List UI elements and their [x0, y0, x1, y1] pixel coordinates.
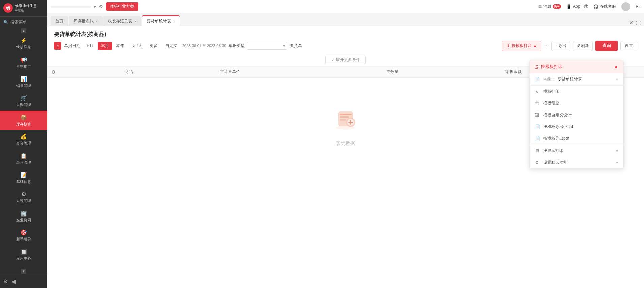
- col-goods: 商品: [121, 66, 216, 78]
- topbar-search[interactable]: [51, 6, 91, 8]
- sidebar-item-app-center[interactable]: 🔲 应用中心: [0, 245, 47, 264]
- dropdown-item-display-print[interactable]: 🖥 按显示打印 ▾: [530, 145, 623, 157]
- sidebar-item-wechat[interactable]: 💬 企业微信: [0, 264, 47, 268]
- enterprise-icon: 🏢: [20, 210, 27, 217]
- sidebar-item-quick-nav[interactable]: ⚡ 快捷导航: [0, 34, 47, 53]
- sidebar-item-label: 销售管理: [16, 83, 31, 88]
- sidebar-item-label: 营销推广: [16, 64, 31, 69]
- sidebar-item-basic[interactable]: 📝 基础信息: [0, 168, 47, 188]
- expand-more-btn[interactable]: ∨ 展开更多条件: [325, 56, 365, 64]
- service-icon: 🎧: [593, 4, 598, 9]
- operations-icon: 📋: [20, 153, 27, 159]
- set-default-icon: ⚙: [535, 160, 540, 165]
- current-template-icon: 📄: [535, 77, 540, 82]
- industry-btn[interactable]: 体验行业方案: [106, 2, 138, 11]
- content-area: 要货单统计表(按商品) » 单据日期 上月 本月 本年 近7天 更多 自定义: [47, 26, 644, 288]
- sidebar-item-system[interactable]: ⚙ 系统管理: [0, 188, 47, 207]
- dropdown-item-template-preview[interactable]: 👁 模板预览: [530, 97, 623, 109]
- settings-bottom-icon[interactable]: ⚙: [3, 278, 8, 285]
- print-dropdown-panel: 🖨 按模板打印 ▲ 📄 当前： 要货单统计表 ▾ 🖨 模板打印 👁: [529, 60, 624, 169]
- empty-icon: [332, 105, 359, 136]
- svg-rect-4: [340, 119, 346, 121]
- dropdown-item-template-pdf[interactable]: 📄 按模板导出pdf: [530, 133, 623, 145]
- dropdown-item-set-default[interactable]: ⚙ 设置默认功能 ▾: [530, 157, 623, 168]
- online-service-item[interactable]: 🎧 在线客服: [593, 4, 616, 9]
- date-tab-more[interactable]: 更多: [147, 42, 161, 50]
- sidebar-item-label: 资金管理: [16, 141, 31, 146]
- topbar: ▾ ⚙ 体验行业方案 ✉ 消息 99+ 📱 App下载 🎧 在线客服 Rit: [47, 0, 644, 13]
- date-tab-custom[interactable]: 自定义: [162, 42, 180, 50]
- sidebar-item-operations[interactable]: 📋 经营管理: [0, 149, 47, 168]
- col-unit: 主计量单位: [216, 66, 382, 78]
- sales-icon: 📊: [20, 76, 27, 82]
- date-tab-prev-month[interactable]: 上月: [82, 42, 96, 50]
- sidebar-item-label: 应用中心: [16, 256, 31, 261]
- order-type-group: 单据类型 ▾: [229, 42, 287, 50]
- sidebar-item-marketing[interactable]: 📢 营销推广: [0, 53, 47, 72]
- dropdown-close-btn[interactable]: ▲: [613, 64, 619, 70]
- sidebar-item-guide[interactable]: 🎯 新手引导: [0, 226, 47, 245]
- settings-btn[interactable]: 设置: [620, 41, 637, 51]
- tab-collection-summary-close[interactable]: ×: [134, 19, 136, 23]
- settings-icon[interactable]: ⚙: [99, 4, 103, 9]
- page-header: 要货单统计表(按商品): [47, 26, 644, 38]
- sidebar-item-label: 基础信息: [16, 179, 31, 184]
- sidebar-item-label: 新手引导: [16, 237, 31, 242]
- dropdown-item-template-excel[interactable]: 📄 按模板导出excel: [530, 121, 623, 133]
- app-download-item[interactable]: 📱 App下载: [566, 4, 588, 9]
- goods-filter-group: 要货单: [290, 43, 302, 49]
- marketing-icon: 📢: [20, 57, 27, 63]
- date-tab-current-month[interactable]: 本月: [98, 42, 112, 50]
- window-expand-btn[interactable]: ⛶: [636, 20, 641, 26]
- sidebar-item-label: 系统管理: [16, 198, 31, 203]
- sidebar-item-finance[interactable]: 💰 资金管理: [0, 130, 47, 149]
- sidebar-item-label: 经营管理: [16, 160, 31, 165]
- export-btn[interactable]: ↑ 导出: [551, 41, 570, 51]
- tab-order-stats[interactable]: 要货单统计表 ×: [142, 15, 180, 26]
- sidebar-scroll-up[interactable]: ▲: [21, 28, 26, 33]
- collapse-sidebar-icon[interactable]: ◀: [11, 278, 16, 285]
- empty-text: 暂无数据: [336, 140, 355, 147]
- app-name: 畅康通好生意: [15, 3, 37, 8]
- refresh-icon: ↺: [577, 43, 580, 48]
- print-template-btn[interactable]: 🖨 按模板打印 ▲: [502, 41, 541, 51]
- tab-collection-summary[interactable]: 收发存汇总表 ×: [103, 16, 141, 26]
- user-name: Rit: [636, 4, 641, 9]
- refresh-btn[interactable]: ↺ 刷新: [573, 41, 593, 51]
- download-icon: 📱: [566, 4, 572, 9]
- goods-filter-label: 要货单: [290, 43, 302, 49]
- table-settings-icon[interactable]: ⚙: [51, 69, 56, 75]
- tab-inventory-batch-close[interactable]: ×: [96, 19, 98, 23]
- avatar[interactable]: [621, 2, 630, 11]
- print-dropdown-arrow: ▲: [533, 43, 537, 48]
- dropdown-current-template[interactable]: 📄 当前： 要货单统计表 ▾: [530, 73, 623, 86]
- dropdown-icon[interactable]: ▾: [94, 4, 96, 9]
- date-tab-last7[interactable]: 近7天: [129, 42, 145, 50]
- sidebar-scroll-down[interactable]: ▼: [21, 269, 26, 274]
- tab-home[interactable]: 首页: [51, 16, 68, 26]
- query-btn[interactable]: 查询: [595, 41, 618, 51]
- more-btn[interactable]: ···: [544, 43, 549, 49]
- tab-order-stats-close[interactable]: ×: [173, 19, 175, 23]
- notification-item[interactable]: ✉ 消息 99+: [538, 4, 561, 9]
- sidebar-search[interactable]: 🔍 搜索菜单: [0, 17, 47, 28]
- sidebar-item-sales[interactable]: 📊 销售管理: [0, 72, 47, 92]
- tab-inventory-batch[interactable]: 库存批次账 ×: [69, 16, 103, 26]
- main-area: ▾ ⚙ 体验行业方案 ✉ 消息 99+ 📱 App下载 🎧 在线客服 Rit 首…: [47, 0, 644, 288]
- sidebar-item-inventory[interactable]: 📦 库存核算: [0, 111, 47, 130]
- order-type-select[interactable]: [247, 42, 287, 50]
- dropdown-item-template-custom[interactable]: 🖼 模板自定义设计: [530, 109, 623, 121]
- tab-collection-summary-label: 收发存汇总表: [108, 18, 132, 24]
- set-default-arrow: ▾: [616, 160, 618, 165]
- date-filter-group: 单据日期 上月 本月 本年 近7天 更多 自定义 2023-06-01 至 20…: [64, 42, 226, 50]
- sidebar-item-enterprise[interactable]: 🏢 企业协同: [0, 207, 47, 226]
- sidebar-item-purchase[interactable]: 🛒 采购管理: [0, 92, 47, 111]
- date-tab-current-year[interactable]: 本年: [113, 42, 127, 50]
- filter-expand-btn[interactable]: »: [54, 42, 61, 50]
- dropdown-header: 🖨 按模板打印 ▲: [530, 60, 623, 73]
- col-quantity: 主数量: [382, 66, 501, 78]
- dropdown-item-template-print[interactable]: 🖨 模板打印: [530, 86, 623, 97]
- finance-icon: 💰: [20, 133, 27, 140]
- window-close-btn[interactable]: ✕: [629, 20, 633, 26]
- date-range-display: 2023-06-01 至 2023-06-30: [182, 43, 226, 49]
